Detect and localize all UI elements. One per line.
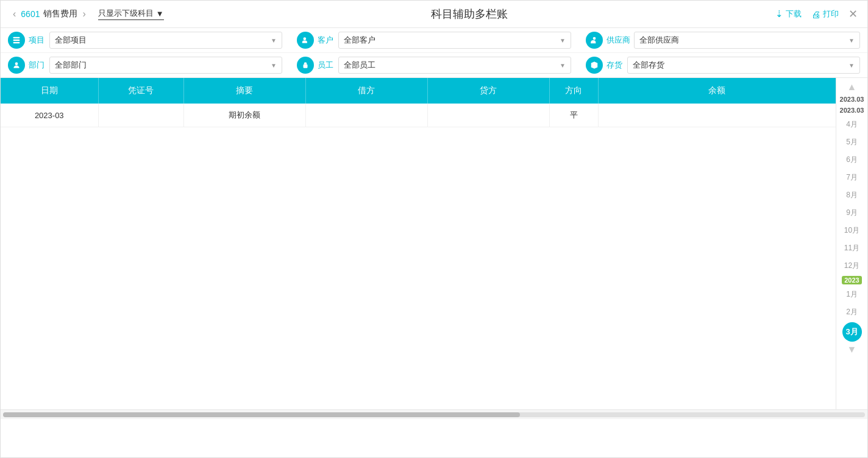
- svg-rect-0: [13, 37, 20, 38]
- download-icon: ⇣: [775, 9, 783, 19]
- filter-inventory: 存货 全部存货 ▼: [578, 53, 867, 77]
- month-nav-item-2[interactable]: 2月: [836, 303, 867, 321]
- month-nav-item-3-active[interactable]: 3月: [842, 322, 862, 342]
- svg-point-3: [304, 37, 307, 40]
- month-nav-item-2023-03-b[interactable]: 2023.03: [836, 105, 867, 116]
- account-name: 销售费用: [43, 9, 77, 19]
- svg-point-5: [15, 62, 18, 65]
- inventory-icon: [586, 57, 603, 74]
- customer-arrow-icon: ▼: [560, 37, 566, 44]
- customer-label: 客户: [318, 35, 335, 46]
- col-header-direction: 方向: [549, 78, 598, 104]
- customer-icon: [297, 32, 314, 49]
- month-nav-item-4[interactable]: 4月: [836, 116, 867, 133]
- month-nav-up-button[interactable]: ▲: [836, 80, 867, 94]
- col-header-debit: 借方: [305, 78, 427, 104]
- customer-select[interactable]: 全部客户 ▼: [338, 32, 571, 49]
- cell-date: 2023-03: [1, 104, 98, 127]
- department-arrow-icon: ▼: [271, 62, 277, 69]
- content-area: 日期 凭证号 摘要 借方 贷方 方向 余额 2023-03 期初余额: [1, 78, 867, 409]
- supplier-icon: [586, 32, 603, 49]
- col-header-credit: 贷方: [427, 78, 549, 104]
- horizontal-scrollbar[interactable]: [3, 412, 865, 417]
- page-title: 科目辅助多栏账: [169, 7, 770, 21]
- main-window: ‹ 6601 销售费用 › 只显示下级科目 ▼ 科目辅助多栏账 ⇣ 下载 🖨 打…: [0, 0, 868, 458]
- month-nav-item-11[interactable]: 11月: [836, 239, 867, 257]
- svg-rect-6: [304, 65, 308, 68]
- month-nav-item-8[interactable]: 8月: [836, 186, 867, 204]
- account-navigation: ‹ 6601 销售费用 ›: [10, 9, 88, 19]
- ledger-table: 日期 凭证号 摘要 借方 贷方 方向 余额 2023-03 期初余额: [1, 78, 836, 127]
- project-arrow-icon: ▼: [271, 37, 277, 44]
- close-button[interactable]: ✕: [848, 7, 858, 21]
- cell-balance: [598, 104, 836, 127]
- supplier-label: 供应商: [607, 35, 630, 46]
- svg-rect-1: [13, 40, 20, 41]
- col-header-voucher: 凭证号: [98, 78, 183, 104]
- supplier-select[interactable]: 全部供应商 ▼: [634, 32, 860, 49]
- cell-credit: [427, 104, 549, 127]
- filter-customer: 客户 全部客户 ▼: [290, 28, 578, 53]
- month-nav-item-10[interactable]: 10月: [836, 222, 867, 239]
- month-nav-item-6[interactable]: 6月: [836, 151, 867, 169]
- supplier-arrow-icon: ▼: [848, 37, 855, 44]
- cell-summary: 期初余额: [183, 104, 305, 127]
- account-code: 6601: [21, 9, 40, 19]
- print-button[interactable]: 🖨 打印: [811, 9, 839, 19]
- scrollbar-thumb: [3, 412, 520, 417]
- inventory-select[interactable]: 全部存货 ▼: [627, 57, 860, 74]
- show-sub-arrow-icon: ▼: [156, 9, 164, 18]
- svg-point-4: [593, 37, 596, 40]
- table-area: 日期 凭证号 摘要 借方 贷方 方向 余额 2023-03 期初余额: [1, 78, 836, 409]
- project-select[interactable]: 全部项目 ▼: [49, 32, 282, 49]
- employee-arrow-icon: ▼: [560, 62, 566, 69]
- table-header-row: 日期 凭证号 摘要 借方 贷方 方向 余额: [1, 78, 836, 104]
- project-value: 全部项目: [55, 35, 87, 46]
- next-account-button[interactable]: ›: [80, 9, 88, 19]
- month-nav-down-button[interactable]: ▼: [836, 343, 867, 356]
- inventory-label: 存货: [607, 60, 624, 71]
- department-select[interactable]: 全部部门 ▼: [49, 57, 282, 74]
- action-buttons: ⇣ 下载 🖨 打印: [775, 9, 839, 19]
- month-nav-item-7[interactable]: 7月: [836, 169, 867, 186]
- filter-department: 部门 全部部门 ▼: [1, 53, 290, 77]
- cell-voucher: [98, 104, 183, 127]
- filters-panel: 项目 全部项目 ▼ 客户 全部客户 ▼ 供应商 全部供应商 ▼: [1, 28, 867, 78]
- employee-label: 员工: [318, 60, 335, 71]
- year-badge-2023[interactable]: 2023: [842, 276, 861, 284]
- col-header-date: 日期: [1, 78, 98, 104]
- show-sub-label: 只显示下级科目: [98, 8, 154, 19]
- col-header-summary: 摘要: [183, 78, 305, 104]
- filter-employee: 员工 全部员工 ▼: [290, 53, 578, 77]
- inventory-arrow-icon: ▼: [848, 62, 855, 69]
- employee-value: 全部员工: [344, 60, 375, 71]
- month-nav-item-1[interactable]: 1月: [836, 286, 867, 303]
- filter-supplier: 供应商 全部供应商 ▼: [578, 28, 867, 53]
- employee-icon: [297, 57, 314, 74]
- supplier-value: 全部供应商: [639, 35, 679, 46]
- project-icon: [8, 32, 25, 49]
- download-button[interactable]: ⇣ 下载: [775, 9, 802, 19]
- print-label: 打印: [823, 9, 839, 19]
- print-icon: 🖨: [811, 9, 820, 19]
- customer-value: 全部客户: [344, 35, 375, 46]
- month-nav-item-12[interactable]: 12月: [836, 257, 867, 275]
- header: ‹ 6601 销售费用 › 只显示下级科目 ▼ 科目辅助多栏账 ⇣ 下载 🖨 打…: [1, 1, 867, 28]
- prev-account-button[interactable]: ‹: [10, 9, 18, 19]
- month-nav-item-2023-03-a[interactable]: 2023.03: [836, 94, 867, 105]
- employee-select[interactable]: 全部员工 ▼: [338, 57, 571, 74]
- department-value: 全部部门: [55, 60, 87, 71]
- show-sub-accounts-toggle[interactable]: 只显示下级科目 ▼: [98, 8, 164, 20]
- month-navigator: ▲ 2023.03 2023.03 4月 5月 6月 7月 8月 9月 10月 …: [836, 78, 867, 409]
- download-label: 下载: [786, 9, 802, 19]
- project-label: 项目: [29, 35, 46, 46]
- month-nav-item-9[interactable]: 9月: [836, 204, 867, 222]
- month-nav-item-5[interactable]: 5月: [836, 133, 867, 151]
- table-row: 2023-03 期初余额 平: [1, 104, 836, 127]
- department-icon: [8, 57, 25, 74]
- filter-project: 项目 全部项目 ▼: [1, 28, 290, 53]
- department-label: 部门: [29, 60, 46, 71]
- cell-direction: 平: [549, 104, 598, 127]
- svg-rect-2: [13, 42, 20, 43]
- col-header-balance: 余额: [598, 78, 836, 104]
